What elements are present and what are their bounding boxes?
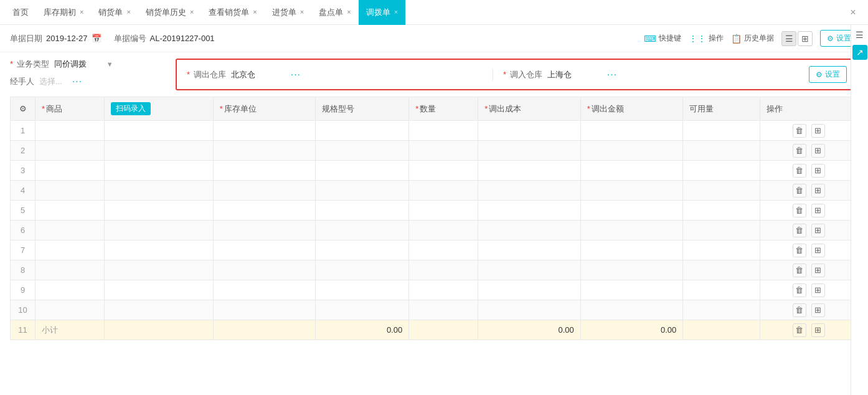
cost-cell[interactable]	[478, 201, 580, 221]
delete-row-icon[interactable]: 🗑	[793, 244, 806, 257]
scan-btn[interactable]: 扫码录入	[111, 102, 151, 115]
tab-home[interactable]: 首页	[5, 0, 36, 25]
tab-view-sales[interactable]: 查看销货单 ×	[201, 0, 264, 25]
product-cell[interactable]	[35, 121, 105, 141]
copy-row-icon[interactable]: ⊞	[811, 184, 825, 198]
copy-icon[interactable]: ⊞	[811, 323, 825, 337]
cost-cell[interactable]	[478, 221, 580, 240]
qty-cell[interactable]	[409, 121, 478, 141]
available-cell[interactable]	[683, 181, 760, 201]
delete-row-icon[interactable]: 🗑	[793, 164, 806, 178]
unit-cell[interactable]	[213, 260, 315, 280]
copy-row-icon[interactable]: ⊞	[811, 224, 825, 237]
available-cell[interactable]	[683, 300, 760, 320]
qty-cell[interactable]	[409, 221, 478, 240]
grid-view-btn[interactable]: ⊞	[798, 31, 813, 46]
unit-cell[interactable]	[213, 240, 315, 260]
delete-icon[interactable]: 🗑	[793, 323, 806, 337]
delete-row-icon[interactable]: 🗑	[793, 283, 806, 297]
product-cell[interactable]	[35, 240, 105, 260]
amount-cell[interactable]	[580, 121, 682, 141]
scan-cell[interactable]	[105, 141, 214, 161]
tab-transfer-order[interactable]: 调拨单 ×	[359, 0, 405, 25]
spec-cell[interactable]	[316, 141, 409, 161]
delete-row-icon[interactable]: 🗑	[793, 264, 806, 277]
date-value[interactable]: 2019-12-27	[46, 34, 88, 43]
warehouse-out-value[interactable]: 北京仓	[231, 69, 281, 80]
unit-cell[interactable]	[213, 280, 315, 300]
cost-cell[interactable]	[478, 300, 580, 320]
available-cell[interactable]	[683, 141, 760, 161]
spec-cell[interactable]	[316, 280, 409, 300]
tab-purchase-order[interactable]: 进货单 ×	[265, 0, 311, 25]
window-close-button[interactable]: ×	[843, 2, 863, 22]
spec-cell[interactable]	[316, 161, 409, 181]
available-cell[interactable]	[683, 280, 760, 300]
product-cell[interactable]	[35, 260, 105, 280]
delete-row-icon[interactable]: 🗑	[793, 124, 806, 138]
warehouse-out-more-btn[interactable]: ···	[291, 69, 301, 80]
spec-cell[interactable]	[316, 240, 409, 260]
amount-cell[interactable]	[580, 161, 682, 181]
qty-cell[interactable]	[409, 260, 478, 280]
person-input[interactable]: 选择...	[39, 76, 62, 87]
delete-row-icon[interactable]: 🗑	[793, 144, 806, 158]
scan-cell[interactable]	[105, 121, 214, 141]
copy-row-icon[interactable]: ⊞	[811, 204, 825, 217]
cost-cell[interactable]	[478, 260, 580, 280]
qty-cell[interactable]	[409, 141, 478, 161]
warehouse-in-more-btn[interactable]: ···	[607, 69, 617, 80]
history-btn[interactable]: 📋 历史单据	[731, 33, 774, 44]
amount-cell[interactable]	[580, 260, 682, 280]
unit-cell[interactable]	[213, 141, 315, 161]
product-cell[interactable]	[35, 201, 105, 221]
amount-cell[interactable]	[580, 300, 682, 320]
tab-sales-history[interactable]: 销货单历史 ×	[138, 0, 201, 25]
amount-cell[interactable]	[580, 201, 682, 221]
qty-cell[interactable]	[409, 240, 478, 260]
product-cell[interactable]	[35, 280, 105, 300]
spec-cell[interactable]	[316, 221, 409, 240]
copy-row-icon[interactable]: ⊞	[811, 303, 825, 317]
scan-cell[interactable]	[105, 300, 214, 320]
copy-row-icon[interactable]: ⊞	[811, 124, 825, 138]
shortcut-btn[interactable]: ⌨ 快捷键	[644, 33, 681, 44]
qty-cell[interactable]	[409, 300, 478, 320]
sidebar-export-icon[interactable]: ↗	[852, 45, 867, 60]
tab-close-transfer-order[interactable]: ×	[394, 9, 398, 16]
tab-close-inventory-init[interactable]: ×	[80, 9, 83, 16]
scan-cell[interactable]	[105, 161, 214, 181]
product-cell[interactable]	[35, 181, 105, 201]
list-view-btn[interactable]: ☰	[781, 31, 796, 46]
unit-cell[interactable]	[213, 201, 315, 221]
delete-row-icon[interactable]: 🗑	[793, 204, 806, 217]
warehouse-settings-btn[interactable]: ⚙ 设置	[809, 66, 847, 83]
tab-inventory-init[interactable]: 库存期初 ×	[36, 0, 91, 25]
spec-cell[interactable]	[316, 260, 409, 280]
tab-close-view-sales[interactable]: ×	[253, 9, 257, 16]
amount-cell[interactable]	[580, 221, 682, 240]
spec-cell[interactable]	[316, 300, 409, 320]
amount-cell[interactable]	[580, 181, 682, 201]
spec-cell[interactable]	[316, 181, 409, 201]
business-type-dropdown[interactable]: 同价调拨 ▼	[54, 59, 113, 70]
tab-sales-order[interactable]: 销货单 ×	[91, 0, 138, 25]
unit-cell[interactable]	[213, 300, 315, 320]
qty-cell[interactable]	[409, 161, 478, 181]
available-cell[interactable]	[683, 121, 760, 141]
qty-cell[interactable]	[409, 280, 478, 300]
cost-cell[interactable]	[478, 181, 580, 201]
unit-cell[interactable]	[213, 121, 315, 141]
product-cell[interactable]	[35, 141, 105, 161]
available-cell[interactable]	[683, 201, 760, 221]
unit-cell[interactable]	[213, 161, 315, 181]
calendar-icon[interactable]: 📅	[92, 34, 101, 43]
scan-cell[interactable]	[105, 221, 214, 240]
tab-close-sales-history[interactable]: ×	[190, 9, 194, 16]
spec-cell[interactable]	[316, 121, 409, 141]
scan-cell[interactable]	[105, 181, 214, 201]
cost-cell[interactable]	[478, 121, 580, 141]
available-cell[interactable]	[683, 260, 760, 280]
delete-row-icon[interactable]: 🗑	[793, 303, 806, 317]
table-scroll-area[interactable]: ⚙ *商品 扫码录入 *库存单位 规格型号 *数量 *调出成本	[10, 97, 858, 340]
